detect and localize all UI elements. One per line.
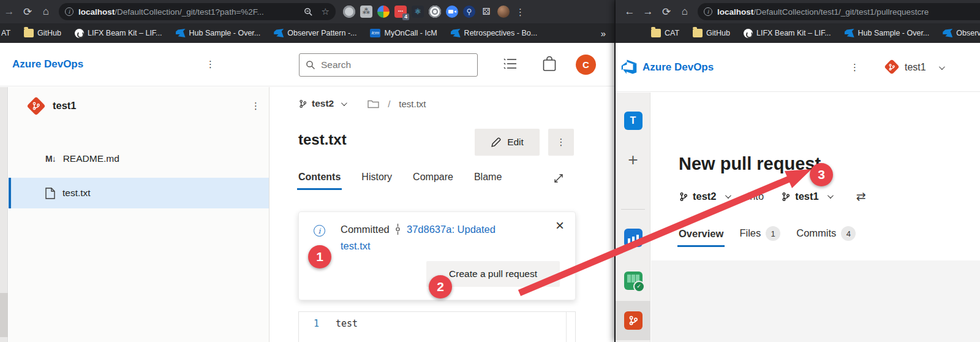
bookmark-star-icon[interactable]: ☆ — [322, 6, 330, 17]
user-avatar[interactable]: C — [576, 55, 596, 75]
bookmark-label: Observer — [956, 29, 980, 37]
extension-person-icon[interactable]: ⁂ — [360, 6, 372, 18]
repo-selector[interactable]: test1 — [905, 62, 926, 73]
bookmark-item[interactable]: CAT — [651, 29, 679, 37]
tab-compare[interactable]: Compare — [413, 172, 453, 183]
bookmark-item[interactable]: LIFX Beam Kit – LIF... — [75, 29, 162, 38]
bookmark-item[interactable]: Observer — [943, 29, 980, 37]
markdown-file-icon: M↓ — [45, 154, 56, 164]
site-info-icon[interactable]: i — [65, 7, 74, 16]
bookmark-label: Hub Sample - Over... — [858, 29, 930, 37]
reload-icon[interactable]: ⟳ — [657, 6, 676, 18]
chevron-down-icon[interactable] — [725, 192, 731, 199]
pull-request-content: New pull request test2 into test1 ⇄ Over… — [651, 93, 980, 342]
repo-header-row[interactable]: test1 ⋮ — [9, 94, 269, 120]
browser-profile-avatar[interactable] — [497, 6, 510, 18]
repo-name: test1 — [53, 100, 77, 112]
right-browser-toolbar: ← → ⟳ ⌂ i localhost/DefaultCollection/te… — [616, 0, 980, 23]
file-row-readme[interactable]: M↓ README.md — [9, 143, 269, 174]
bookmark-label: LIFX Beam Kit – LIF... — [88, 29, 162, 37]
azure-devops-logo[interactable] — [620, 59, 638, 77]
extension-target-icon[interactable] — [429, 6, 441, 18]
chevron-down-icon[interactable] — [939, 64, 945, 70]
pr-tabs: Overview Files1 Commits4 — [679, 226, 856, 241]
address-bar[interactable]: i localhost/DefaultCollection/test1/_git… — [698, 3, 980, 20]
folder-icon[interactable] — [368, 99, 379, 108]
swap-branches-icon[interactable]: ⇄ — [856, 189, 866, 203]
left-edge-scrollbar[interactable] — [0, 87, 8, 342]
marketplace-bag-icon[interactable] — [543, 56, 556, 72]
rail-project-button[interactable]: T — [616, 101, 650, 140]
chevron-down-icon[interactable] — [341, 100, 347, 106]
rail-repos-button-active[interactable] — [616, 301, 650, 340]
repos-icon — [624, 311, 643, 330]
azure-devops-brand[interactable]: Azure DevOps — [643, 61, 714, 74]
bookmark-label: » — [601, 28, 606, 39]
search-box[interactable] — [299, 53, 478, 77]
extension-search-icon[interactable] — [463, 6, 475, 18]
home-icon[interactable]: ⌂ — [676, 6, 694, 18]
bookmarks-overflow-chevron[interactable]: » — [601, 28, 606, 39]
left-browser-window: → ⟳ ⌂ i localhost/DefaultCollection/_git… — [0, 0, 614, 342]
zoom-page-icon[interactable] — [304, 7, 313, 17]
extensions-puzzle-icon[interactable]: ⚄ — [480, 6, 492, 18]
bookmark-item[interactable]: Retrospectives - Bo... — [451, 29, 538, 37]
extension-photos-icon[interactable] — [377, 6, 390, 18]
address-bar[interactable]: i localhost/DefaultCollection/_git/test1… — [59, 3, 336, 20]
header-menu-icon[interactable]: ⋮ — [206, 59, 215, 70]
home-icon[interactable]: ⌂ — [37, 6, 55, 18]
file-row-testtxt-selected[interactable]: test.txt — [9, 178, 269, 208]
browser-menu-icon[interactable]: ⋮ — [516, 7, 525, 17]
edit-button-label: Edit — [507, 137, 524, 148]
extension-react-icon[interactable]: ⚛ — [412, 6, 424, 18]
branch-selector[interactable]: test2 — [312, 98, 334, 109]
bookmark-item[interactable]: LIFX Beam Kit – LIF... — [744, 29, 831, 38]
rail-boards-button[interactable] — [616, 261, 650, 300]
bookmark-item[interactable]: GitHub — [24, 29, 61, 37]
extension-ring-icon[interactable] — [343, 6, 355, 18]
back-icon[interactable]: ← — [620, 6, 639, 18]
bookmark-item[interactable]: icmMyOnCall - IcM — [370, 29, 437, 37]
tab-history[interactable]: History — [361, 172, 392, 183]
breadcrumb-file[interactable]: test.txt — [399, 99, 426, 109]
commits-count-badge: 4 — [841, 226, 856, 241]
tab-commits[interactable]: Commits4 — [796, 226, 856, 241]
site-info-icon[interactable]: i — [704, 7, 712, 16]
bookmark-item[interactable]: Observer Pattern -... — [274, 29, 356, 37]
scrollbar-thumb[interactable] — [0, 293, 8, 337]
rail-add-button[interactable]: + — [616, 140, 650, 180]
chevron-down-icon[interactable] — [827, 192, 834, 199]
tab-contents[interactable]: Contents — [298, 172, 341, 183]
bookmark-item[interactable]: Hub Sample - Over... — [176, 29, 261, 37]
git-repo-icon — [884, 59, 899, 74]
code-scrollbar[interactable] — [566, 312, 567, 342]
bookmark-item[interactable]: GitHub — [693, 29, 730, 37]
tab-commits-label: Commits — [796, 227, 836, 238]
reload-icon[interactable]: ⟳ — [18, 6, 37, 18]
task-list-icon[interactable] — [503, 58, 517, 70]
bookmark-item[interactable]: Hub Sample - Over... — [845, 29, 930, 37]
source-branch-selector[interactable]: test2 — [693, 191, 717, 202]
forward-icon[interactable]: → — [639, 6, 657, 18]
close-icon[interactable]: × — [556, 218, 564, 233]
rail-overview-button[interactable] — [616, 218, 650, 257]
search-input[interactable] — [321, 59, 443, 70]
file-more-button[interactable]: ⋮ — [548, 129, 574, 156]
tab-overview[interactable]: Overview — [679, 228, 723, 240]
bookmark-item[interactable]: AT — [1, 29, 10, 37]
tab-blame[interactable]: Blame — [474, 172, 502, 183]
extension-notes-icon[interactable]: ...4 — [394, 6, 407, 18]
tab-files[interactable]: Files1 — [739, 226, 780, 241]
line-text: test — [336, 318, 358, 329]
fullscreen-expand-icon[interactable] — [553, 173, 564, 184]
header-menu-icon[interactable]: ⋮ — [850, 62, 859, 73]
azure-devops-brand[interactable]: Azure DevOps — [12, 58, 83, 70]
target-branch-selector[interactable]: test1 — [795, 191, 819, 202]
repo-more-icon[interactable]: ⋮ — [251, 101, 260, 112]
icm-icon: icm — [370, 29, 380, 37]
forward-icon[interactable]: → — [0, 6, 18, 18]
extension-zoom-icon[interactable] — [446, 6, 458, 18]
edit-button[interactable]: Edit — [475, 129, 540, 156]
lifx-icon — [744, 29, 753, 38]
file-title: test.txt — [298, 131, 347, 148]
